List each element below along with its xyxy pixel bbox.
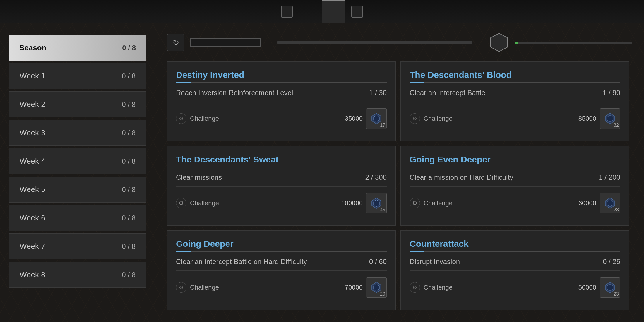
- gear-icon: ⚙: [176, 282, 186, 293]
- tab-weekly[interactable]: [322, 0, 345, 23]
- gear-icon: ⚙: [410, 282, 420, 293]
- challenge-card-going-deeper: Going Deeper Clear an Intercept Battle o…: [167, 230, 396, 310]
- challenge-value: 100000: [341, 199, 363, 207]
- tab-daily[interactable]: [299, 0, 322, 23]
- card-task-progress: 0 / 60: [369, 258, 387, 266]
- season-progress-container: [266, 41, 483, 44]
- card-reward-row: ⚙ Challenge 35000 17: [176, 108, 387, 129]
- challenge-value: 60000: [578, 199, 596, 207]
- challenge-label: Challenge: [424, 115, 453, 122]
- card-task-label: Clear an Intercept Battle: [410, 89, 485, 97]
- right-key-badge: [351, 6, 363, 18]
- cards-grid: Destiny Inverted Reach Inversion Reinfor…: [167, 61, 632, 310]
- card-task-row: Clear an Intercept Battle 1 / 90: [410, 89, 620, 97]
- card-task-row: Clear missions 2 / 300: [176, 173, 387, 181]
- sidebar-item-progress: 0 / 8: [122, 157, 136, 165]
- challenge-value: 85000: [578, 115, 596, 122]
- card-task-bar: [176, 102, 387, 102]
- sidebar-item-label: Week 3: [20, 128, 45, 137]
- challenge-label: Challenge: [190, 284, 219, 291]
- card-task-label: Clear an Intercept Battle on Hard Diffic…: [176, 258, 307, 266]
- sidebar-item-label: Week 7: [20, 242, 45, 251]
- gear-icon: ⚙: [410, 198, 420, 208]
- challenge-label: Challenge: [190, 199, 219, 207]
- card-task-row: Clear an Intercept Battle on Hard Diffic…: [176, 258, 387, 266]
- card-reward-row: ⚙ Challenge 85000 32: [410, 108, 620, 129]
- reward-gem: 23: [600, 277, 620, 298]
- card-task-label: Clear missions: [176, 173, 222, 181]
- card-task-progress: 2 / 300: [365, 173, 387, 181]
- sidebar-item-progress: 0 / 8: [122, 186, 136, 194]
- sidebar-item-week-4[interactable]: Week 4 0 / 8: [9, 148, 146, 174]
- card-task-bar: [410, 102, 620, 102]
- sidebar-item-week-8[interactable]: Week 8 0 / 8: [9, 262, 146, 288]
- card-reward-row: ⚙ Challenge 100000 45: [176, 193, 387, 213]
- reward-gem: 45: [366, 193, 387, 213]
- season-level-bar: [515, 42, 632, 44]
- card-task-progress: 0 / 25: [603, 258, 620, 266]
- card-reward-row: ⚙ Challenge 50000 23: [410, 277, 620, 298]
- reward-gem-badge: 32: [614, 123, 619, 128]
- card-title-underline: [176, 251, 387, 252]
- card-task-label: Disrupt Invasion: [410, 258, 460, 266]
- card-task-label: Clear a mission on Hard Difficulty: [410, 173, 513, 181]
- challenge-label: Challenge: [424, 284, 453, 291]
- gear-icon: ⚙: [410, 113, 420, 124]
- card-title: Going Even Deeper: [410, 155, 620, 165]
- card-title: Going Deeper: [176, 239, 387, 249]
- refresh-button[interactable]: ↻: [167, 34, 184, 51]
- card-reward-row: ⚙ Challenge 70000 20: [176, 277, 387, 298]
- card-title: The Descendants' Sweat: [176, 155, 387, 165]
- sidebar: Season 0 / 8 Week 1 0 / 8 Week 2 0 / 8 W…: [0, 23, 155, 322]
- card-title-underline: [410, 251, 620, 252]
- card-reward-row: ⚙ Challenge 60000 28: [410, 193, 620, 213]
- card-task-bar: [410, 270, 620, 271]
- sidebar-item-week-2[interactable]: Week 2 0 / 8: [9, 91, 146, 117]
- sidebar-item-progress: 0 / 8: [122, 44, 136, 52]
- sidebar-item-label: Week 4: [20, 157, 45, 166]
- sidebar-item-week-1[interactable]: Week 1 0 / 8: [9, 63, 146, 89]
- sidebar-item-week-3[interactable]: Week 3 0 / 8: [9, 120, 146, 146]
- card-task-row: Reach Inversion Reinforcement Level 1 / …: [176, 89, 387, 97]
- sidebar-item-week-5[interactable]: Week 5 0 / 8: [9, 177, 146, 203]
- card-task-row: Disrupt Invasion 0 / 25: [410, 258, 620, 266]
- sidebar-item-progress: 0 / 8: [122, 100, 136, 109]
- sidebar-item-week-6[interactable]: Week 6 0 / 8: [9, 205, 146, 231]
- reward-gem-badge: 28: [614, 207, 619, 213]
- reward-gem: 17: [366, 108, 387, 129]
- left-key-badge: [281, 6, 293, 18]
- card-title: Counterattack: [410, 239, 620, 249]
- challenge-card-counterattack: Counterattack Disrupt Invasion 0 / 25 ⚙ …: [400, 230, 629, 310]
- card-title-underline: [176, 167, 387, 167]
- card-task-row: Clear a mission on Hard Difficulty 1 / 2…: [410, 173, 620, 181]
- card-task-bar: [176, 270, 387, 271]
- top-nav: [0, 0, 644, 23]
- card-title: Destiny Inverted: [176, 70, 387, 80]
- content-area: ↻: [155, 23, 644, 322]
- sidebar-item-week-7[interactable]: Week 7 0 / 8: [9, 233, 146, 259]
- card-title-underline: [410, 82, 620, 83]
- card-task-bar: [410, 186, 620, 187]
- reward-gem: 20: [366, 277, 387, 298]
- challenge-card-destiny-inverted: Destiny Inverted Reach Inversion Reinfor…: [167, 61, 396, 141]
- card-task-progress: 1 / 90: [603, 89, 620, 97]
- card-title-underline: [410, 167, 620, 167]
- challenge-value: 70000: [345, 284, 363, 291]
- season-level-info: [515, 41, 632, 44]
- sidebar-item-progress: 0 / 8: [122, 271, 136, 279]
- status-dropdown[interactable]: [190, 38, 261, 47]
- season-progress-track: [277, 41, 472, 44]
- sidebar-item-progress: 0 / 8: [122, 72, 136, 80]
- card-task-label: Reach Inversion Reinforcement Level: [176, 89, 293, 97]
- reward-gem-badge: 20: [380, 292, 385, 297]
- card-task-bar: [176, 186, 387, 187]
- svg-marker-0: [491, 33, 508, 52]
- sidebar-item-label: Week 2: [20, 100, 45, 109]
- sidebar-item-label: Week 8: [20, 270, 45, 279]
- sidebar-item-progress: 0 / 8: [122, 129, 136, 137]
- gear-icon: ⚙: [176, 113, 186, 124]
- reward-gem: 28: [600, 193, 620, 213]
- card-task-progress: 1 / 30: [369, 89, 387, 97]
- challenge-label: Challenge: [190, 115, 219, 122]
- sidebar-item-season[interactable]: Season 0 / 8: [9, 35, 146, 61]
